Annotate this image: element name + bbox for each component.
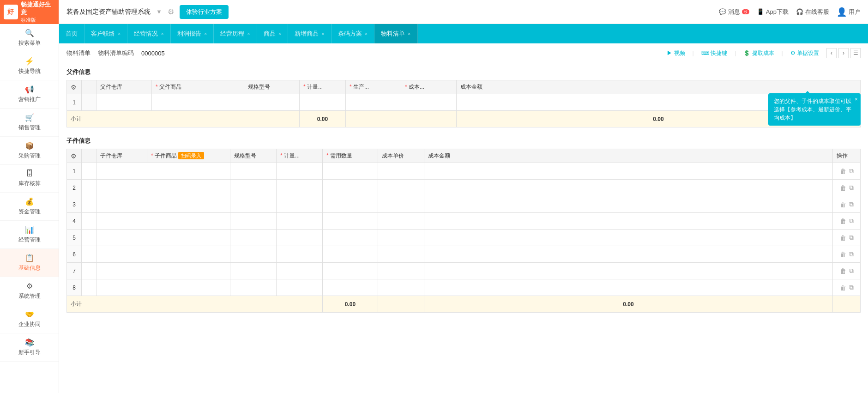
sidebar-item-quick-nav[interactable]: ⚡快捷导航 xyxy=(0,52,59,80)
copy-icon-2[interactable]: ⧉ xyxy=(849,184,854,192)
sidebar-item-search[interactable]: 🔍搜索菜单 xyxy=(0,24,59,52)
child-quantity-input-4[interactable] xyxy=(323,213,378,229)
child-goods-cell-4[interactable] xyxy=(96,213,230,230)
close-tab-barcode[interactable]: × xyxy=(365,31,368,36)
parent-cost-cell[interactable] xyxy=(401,94,457,111)
child-spec-input-7[interactable] xyxy=(230,263,276,279)
copy-icon-8[interactable]: ⧉ xyxy=(849,284,854,291)
sidebar-item-operations[interactable]: 📊经营管理 xyxy=(0,221,59,249)
single-settings-action[interactable]: ⚙ 单据设置 xyxy=(790,49,819,57)
child-unitprice-cell-1[interactable] xyxy=(378,163,424,180)
child-settings-icon[interactable]: ⚙ xyxy=(71,152,77,160)
copy-icon-4[interactable]: ⧉ xyxy=(849,217,854,225)
child-warehouse-input-5[interactable] xyxy=(82,230,96,246)
copy-icon-3[interactable]: ⧉ xyxy=(849,200,854,208)
child-unitprice-input-3[interactable] xyxy=(378,196,424,212)
child-unitprice-cell-5[interactable] xyxy=(378,230,424,246)
child-unitprice-input-4[interactable] xyxy=(378,213,424,229)
experience-btn[interactable]: 体验行业方案 xyxy=(180,5,229,19)
child-warehouse-cell-1[interactable] xyxy=(82,163,96,180)
dropdown-icon[interactable]: ▼ xyxy=(156,8,162,15)
child-unitprice-input-8[interactable] xyxy=(378,279,424,296)
tooltip-close[interactable]: × xyxy=(855,95,858,103)
child-quantity-input-5[interactable] xyxy=(323,230,378,246)
child-unit-input-6[interactable] xyxy=(277,246,322,262)
nav-tab-goods[interactable]: 商品× xyxy=(257,24,288,43)
nav-tab-customer[interactable]: 客户联络× xyxy=(84,24,127,43)
child-spec-cell-1[interactable] xyxy=(230,163,277,180)
menu-btn[interactable]: ☰ xyxy=(850,48,861,58)
child-warehouse-cell-2[interactable] xyxy=(82,180,96,196)
delete-icon-2[interactable]: 🗑 xyxy=(840,184,846,192)
child-spec-cell-8[interactable] xyxy=(230,279,277,296)
child-unit-input-3[interactable] xyxy=(277,196,322,212)
child-spec-cell-4[interactable] xyxy=(230,213,277,230)
nav-tab-home[interactable]: 首页 xyxy=(59,24,84,43)
close-tab-history[interactable]: × xyxy=(247,31,250,36)
close-tab-goods[interactable]: × xyxy=(278,31,281,36)
child-unit-input-8[interactable] xyxy=(277,279,322,296)
delete-icon-4[interactable]: 🗑 xyxy=(840,218,846,225)
child-unitprice-cell-2[interactable] xyxy=(378,180,424,196)
child-unit-cell-2[interactable] xyxy=(277,180,323,196)
child-quantity-cell-8[interactable] xyxy=(323,279,378,296)
parent-settings-icon[interactable]: ⚙ xyxy=(71,84,77,91)
child-quantity-cell-7[interactable] xyxy=(323,263,378,279)
child-goods-cell-6[interactable] xyxy=(96,246,230,263)
child-unitprice-cell-6[interactable] xyxy=(378,246,424,263)
sidebar-item-enterprise[interactable]: 🤝企业协同 xyxy=(0,305,59,333)
prev-btn[interactable]: ‹ xyxy=(826,48,837,58)
child-goods-input-8[interactable] xyxy=(96,279,230,296)
child-spec-cell-3[interactable] xyxy=(230,196,277,213)
close-tab-new-goods[interactable]: × xyxy=(321,31,324,36)
child-quantity-cell-2[interactable] xyxy=(323,180,378,196)
child-unit-cell-5[interactable] xyxy=(277,230,323,246)
user-btn[interactable]: 👤 用户 xyxy=(837,7,861,17)
child-warehouse-input-4[interactable] xyxy=(82,213,96,229)
settings-icon[interactable]: ⚙ xyxy=(168,7,174,16)
child-quantity-input-8[interactable] xyxy=(323,279,378,296)
child-spec-input-1[interactable] xyxy=(230,163,276,179)
child-spec-cell-7[interactable] xyxy=(230,263,277,279)
nav-tab-barcode[interactable]: 条码方案× xyxy=(332,24,374,43)
child-goods-input-7[interactable] xyxy=(96,263,230,279)
close-tab-bom[interactable]: × xyxy=(408,31,410,36)
child-unit-input-2[interactable] xyxy=(277,180,322,196)
parent-cost-input[interactable] xyxy=(401,94,456,110)
child-warehouse-input-7[interactable] xyxy=(82,263,96,279)
close-tab-operations[interactable]: × xyxy=(161,31,163,36)
child-goods-input-1[interactable] xyxy=(96,163,230,179)
child-unit-cell-1[interactable] xyxy=(277,163,323,180)
copy-icon-6[interactable]: ⧉ xyxy=(849,250,854,258)
message-btn[interactable]: 💬 消息 6 xyxy=(719,8,749,16)
sidebar-item-finance[interactable]: 💰资金管理 xyxy=(0,193,59,221)
next-btn[interactable]: › xyxy=(838,48,849,58)
nav-tab-profit[interactable]: 利润报告× xyxy=(171,24,214,43)
sidebar-item-marketing[interactable]: 📢营销推广 xyxy=(0,80,59,109)
parent-production-input[interactable] xyxy=(346,94,401,110)
child-unitprice-cell-3[interactable] xyxy=(378,196,424,213)
nav-tab-history[interactable]: 经营历程× xyxy=(214,24,257,43)
child-quantity-input-7[interactable] xyxy=(323,263,378,279)
child-unit-input-7[interactable] xyxy=(277,263,322,279)
child-spec-input-6[interactable] xyxy=(230,246,276,262)
child-quantity-input-1[interactable] xyxy=(323,163,378,179)
child-unitprice-cell-4[interactable] xyxy=(378,213,424,230)
child-unit-cell-6[interactable] xyxy=(277,246,323,263)
nav-tab-new-goods[interactable]: 新增商品× xyxy=(288,24,331,43)
parent-spec-cell[interactable] xyxy=(244,94,300,111)
child-unit-cell-7[interactable] xyxy=(277,263,323,279)
child-warehouse-cell-8[interactable] xyxy=(82,279,96,296)
copy-icon-7[interactable]: ⧉ xyxy=(849,267,854,275)
delete-icon-8[interactable]: 🗑 xyxy=(840,284,846,291)
child-quantity-input-6[interactable] xyxy=(323,246,378,262)
child-warehouse-input-6[interactable] xyxy=(82,246,96,262)
child-goods-input-5[interactable] xyxy=(96,230,230,246)
child-goods-cell-8[interactable] xyxy=(96,279,230,296)
close-tab-customer[interactable]: × xyxy=(118,31,121,36)
child-warehouse-cell-6[interactable] xyxy=(82,246,96,263)
shortcut-action[interactable]: ⌨ 快捷键 xyxy=(701,49,727,57)
sidebar-item-guide[interactable]: 📚新手引导 xyxy=(0,333,59,362)
child-unit-input-5[interactable] xyxy=(277,230,322,246)
child-unitprice-input-1[interactable] xyxy=(378,163,424,179)
